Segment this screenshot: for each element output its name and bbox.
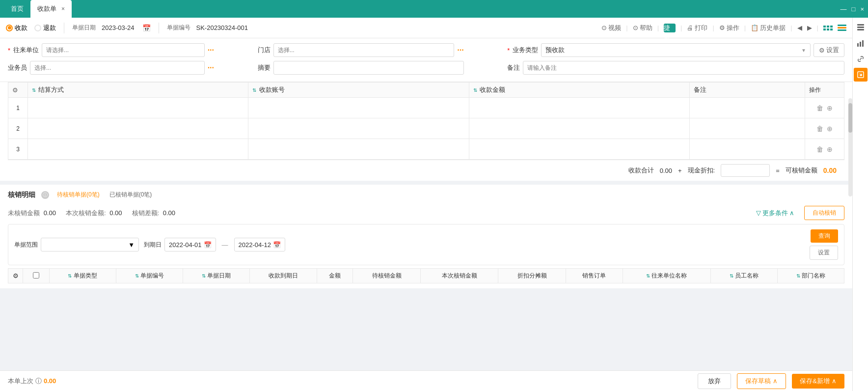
- th-gear-bottom[interactable]: ⚙: [13, 272, 19, 279]
- row-2-amount[interactable]: [469, 118, 689, 139]
- th-account-label: 收款账号: [259, 86, 285, 93]
- radio-collection[interactable]: 收款: [6, 24, 27, 32]
- operation-btn[interactable]: ⚙ 操作: [719, 24, 739, 32]
- auto-verify-btn[interactable]: 自动核销: [804, 206, 844, 220]
- sidebar-expand-icon[interactable]: [854, 68, 868, 82]
- calendar-icon[interactable]: 📅: [142, 24, 151, 32]
- shortcut-btn[interactable]: 快捷键: [664, 24, 676, 32]
- settings-btn[interactable]: ⚙ 设置: [814, 43, 844, 57]
- save-draft-arrow-icon: ∧: [773, 377, 778, 385]
- date-start-picker[interactable]: 2022-04-01 📅: [164, 238, 216, 251]
- maximize-btn[interactable]: □: [852, 5, 856, 13]
- copy-icon-2[interactable]: ⊕: [827, 125, 833, 133]
- unchecked-label: 未核销金额: [8, 209, 40, 217]
- right-sidebar: [852, 18, 868, 391]
- delete-icon-3[interactable]: 🗑: [816, 145, 823, 153]
- save-draft-btn[interactable]: 保存草稿 ∧: [737, 373, 786, 389]
- copy-icon-3[interactable]: ⊕: [827, 145, 833, 153]
- nav-right-icon[interactable]: ▶: [807, 24, 812, 31]
- row-1-actions: 🗑 ⊕: [805, 98, 844, 118]
- date-value: 2023-03-24: [102, 24, 135, 31]
- row-3-note[interactable]: [690, 139, 805, 160]
- layout-grid-icon[interactable]: [823, 26, 833, 30]
- row-1-note[interactable]: [690, 98, 805, 118]
- select-all-checkbox[interactable]: [33, 272, 39, 279]
- operation-label: 操作: [727, 24, 739, 32]
- counterpart-input[interactable]: [42, 43, 205, 57]
- sort-icon-settlement: ⇅: [32, 87, 36, 93]
- more-conditions-btn[interactable]: ▽ 更多条件 ∧: [756, 209, 794, 218]
- history-btn[interactable]: 📋 历史单据: [751, 24, 786, 32]
- tab-pending[interactable]: 待核销单据(0笔): [55, 190, 102, 200]
- verification-info-icon[interactable]: ⓘ: [41, 191, 49, 199]
- row-3-amount[interactable]: [469, 139, 689, 160]
- business-type-select[interactable]: 预收款 ▼: [541, 43, 811, 57]
- row-1-amount[interactable]: [469, 98, 689, 118]
- discard-btn[interactable]: 放弃: [698, 373, 731, 389]
- date-end-picker[interactable]: 2022-04-12 📅: [234, 238, 286, 251]
- tab-close-btn[interactable]: ×: [61, 5, 65, 12]
- store-input[interactable]: [273, 43, 455, 57]
- equals-label: =: [776, 167, 780, 174]
- sidebar-table-icon[interactable]: [854, 21, 868, 34]
- staff-input[interactable]: [30, 61, 205, 75]
- footer: 本单上次 ⓘ 0.00 放弃 保存草稿 ∧ 保存&新增 ∧: [0, 370, 852, 391]
- this-time-label: 本次核销金额:: [66, 209, 106, 217]
- sidebar-link-icon[interactable]: [854, 52, 868, 66]
- row-1-settlement[interactable]: [28, 98, 248, 118]
- close-btn[interactable]: ×: [860, 5, 864, 13]
- counterpart-more-icon[interactable]: ···: [208, 46, 214, 55]
- info-icon[interactable]: ⓘ: [35, 377, 42, 386]
- scrollbar-thumb[interactable]: [848, 103, 852, 133]
- th-amount-col: 金额: [317, 269, 353, 283]
- copy-icon-1[interactable]: ⊕: [827, 104, 833, 112]
- note-input[interactable]: [523, 61, 844, 75]
- history-icon: 📋: [751, 24, 759, 31]
- help-label: 帮助: [640, 24, 652, 32]
- more-conditions-label: 更多条件: [762, 209, 788, 218]
- history-label: 历史单据: [760, 24, 786, 32]
- staff-more-icon[interactable]: ···: [208, 63, 214, 72]
- row-3-actions: 🗑 ⊕: [805, 139, 844, 160]
- cash-discount-input[interactable]: [721, 164, 770, 177]
- svg-rect-2: [857, 29, 864, 30]
- delete-icon-1[interactable]: 🗑: [816, 104, 823, 112]
- sidebar-chart-icon[interactable]: [854, 36, 868, 50]
- save-new-btn[interactable]: 保存&新增 ∧: [792, 374, 844, 389]
- plus-label: +: [678, 167, 682, 174]
- print-btn[interactable]: 🖨 打印: [687, 24, 707, 32]
- nav-left-icon[interactable]: ◀: [797, 24, 802, 31]
- verifiable-label: 可核销金额: [786, 166, 817, 175]
- table-gear-icon[interactable]: ⚙: [12, 86, 18, 94]
- tab-done[interactable]: 已核销单据(0笔): [108, 190, 154, 200]
- delete-icon-2[interactable]: 🗑: [816, 125, 823, 133]
- number-value: SK-20230324-001: [196, 24, 248, 31]
- save-draft-label: 保存草稿: [745, 377, 771, 386]
- row-3-account[interactable]: [248, 139, 469, 160]
- date-label: 单据日期: [72, 24, 96, 32]
- scrollbar-track: [848, 98, 852, 196]
- help-btn[interactable]: ⊙ 帮助: [633, 24, 652, 32]
- video-btn[interactable]: ⊙ 视频: [601, 24, 621, 32]
- range-select-arrow: ▼: [128, 241, 135, 249]
- layout-list-icon[interactable]: [838, 25, 846, 31]
- range-select[interactable]: ▼: [41, 238, 139, 251]
- row-2-account[interactable]: [248, 118, 469, 139]
- row-2-settlement[interactable]: [28, 118, 248, 139]
- row-1-account[interactable]: [248, 98, 469, 118]
- query-btn[interactable]: 查询: [811, 229, 838, 243]
- radio-refund[interactable]: 退款: [34, 24, 56, 32]
- summary-input[interactable]: [273, 61, 464, 75]
- sort-icon-amount: ⇅: [473, 87, 477, 93]
- minimize-btn[interactable]: —: [841, 5, 847, 13]
- staff-label: 业务员: [8, 63, 27, 72]
- th-due-date: 收款到期日: [249, 269, 317, 283]
- tab-active[interactable]: 收款单 ×: [30, 0, 72, 18]
- th-sales-order: 销售订单: [566, 269, 623, 283]
- svg-rect-5: [862, 40, 864, 47]
- store-more-icon[interactable]: ···: [457, 46, 463, 55]
- row-3-settlement[interactable]: [28, 139, 248, 160]
- row-2-note[interactable]: [690, 118, 805, 139]
- filter-setting-btn[interactable]: 设置: [810, 246, 838, 260]
- tab-home[interactable]: 首页: [4, 0, 30, 18]
